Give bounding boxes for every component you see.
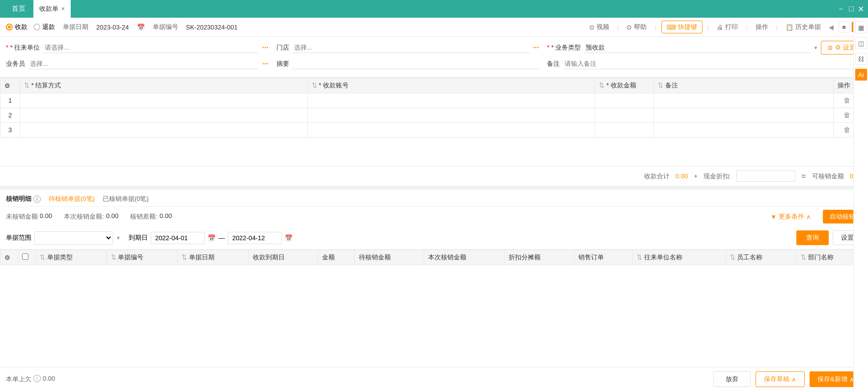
row3-settle[interactable] (20, 123, 308, 138)
col-bill-date-label: 单据日期 (189, 253, 215, 261)
select-all-checkbox[interactable] (22, 253, 28, 260)
row2-amount[interactable] (595, 108, 654, 123)
calendar-icon[interactable]: 📅 (137, 24, 145, 31)
query-btn[interactable]: 查询 (796, 230, 829, 245)
due-date-to-input[interactable] (228, 232, 282, 244)
salesperson-input[interactable] (28, 58, 259, 69)
remark-input[interactable] (563, 58, 862, 69)
save-new-label: 保存&新增 (817, 375, 847, 384)
date-range-separator: — (218, 234, 225, 242)
row1-remark[interactable] (654, 93, 834, 108)
tab-receipt[interactable]: 收款单 × (33, 0, 71, 18)
table-gear-icon[interactable]: ⚙ (4, 82, 10, 89)
sort-icon5[interactable]: ⇅ (111, 253, 116, 261)
row2-settle[interactable] (20, 108, 308, 123)
row3-delete-icon[interactable]: 🗑 (843, 126, 850, 134)
number-value: SK-20230324-001 (186, 24, 238, 31)
col-counterpart2-header: ⇅ 往来单位名称 (633, 250, 726, 265)
sort-icon6[interactable]: ⇅ (182, 253, 187, 261)
table2-gear-icon[interactable]: ⚙ (4, 254, 10, 261)
row1-amount[interactable] (595, 93, 654, 108)
close-btn[interactable]: ✕ (858, 4, 864, 14)
radio-refund[interactable]: 退款 (33, 23, 55, 31)
col-check-header[interactable] (18, 250, 36, 265)
salesperson-more-icon[interactable]: ··· (262, 59, 269, 68)
salesperson-label: 业务员 (6, 59, 25, 68)
row2-remark[interactable] (654, 108, 834, 123)
cal-to-icon[interactable]: 📅 (285, 234, 293, 242)
info-icon2[interactable]: i (33, 375, 41, 382)
col-gear2-header[interactable]: ⚙ (0, 250, 18, 265)
store-input[interactable] (292, 42, 530, 53)
nav-prev-icon[interactable]: ◀ (829, 24, 834, 31)
print-btn[interactable]: 🖨 打印 (714, 22, 741, 32)
reconcile-info-icon[interactable]: i (33, 196, 41, 203)
sort-icon7[interactable]: ⇅ (637, 253, 642, 261)
row2-delete-icon[interactable]: 🗑 (843, 111, 850, 119)
help-btn[interactable]: ⊙ 帮助 (624, 22, 650, 32)
store-more-icon[interactable]: ··· (533, 43, 539, 52)
sort-icon[interactable]: ⇅ (24, 82, 29, 89)
business-type-dropdown: ▼ (584, 42, 818, 53)
counterpart-input[interactable] (43, 42, 259, 53)
section-divider (0, 186, 868, 190)
row1-delete-icon[interactable]: 🗑 (843, 96, 850, 105)
sort-icon2[interactable]: ⇅ (312, 82, 317, 89)
sidebar-icon4-btn[interactable]: Ai (855, 69, 867, 81)
tab-close-icon[interactable]: × (61, 5, 65, 12)
range-select[interactable] (34, 231, 113, 245)
receipt-type-group: 收款 退款 (6, 23, 55, 31)
sort-icon4[interactable]: ⇅ (40, 253, 45, 261)
maximize-btn[interactable]: □ (849, 4, 854, 13)
view-list-icon[interactable]: ≡ (839, 22, 849, 32)
due-date-from-input[interactable] (151, 232, 205, 244)
sidebar-icon3-btn[interactable]: ⛓ (855, 53, 867, 65)
video-btn[interactable]: ⊙ 视频 (586, 22, 612, 32)
pending-tab-link[interactable]: 待核销单据(0笔) (49, 195, 95, 203)
print-icon: 🖨 (717, 24, 723, 31)
sort-icon9[interactable]: ⇅ (801, 253, 806, 261)
radio-receive[interactable]: 收款 (6, 23, 27, 31)
reconcile-section: 核销明细 i 待核销单据(0笔) 已核销单据(0笔) 未核销金额 0.00 本次… (0, 190, 868, 367)
business-type-chevron-icon[interactable]: ▼ (813, 45, 818, 51)
summary-label: 摘要 (276, 59, 289, 68)
history-btn[interactable]: 📋 历史单据 (783, 22, 824, 32)
row2-account[interactable] (307, 108, 595, 123)
sidebar-icon1-btn[interactable]: ▦ (855, 22, 867, 33)
more-conditions-btn[interactable]: ▼ 更多条件 ∧ (770, 212, 811, 221)
row1-account[interactable] (307, 93, 595, 108)
save-draft-btn[interactable]: 保存草稿 ∧ (756, 371, 805, 387)
shortcut-btn[interactable]: ⌨ 快捷键 (661, 21, 703, 33)
col-gear-header[interactable]: ⚙ (0, 78, 20, 93)
operation-btn[interactable]: 操作 (753, 22, 771, 32)
sort-icon8[interactable]: ⇅ (730, 253, 735, 261)
tab-home[interactable]: 首页 (4, 0, 33, 18)
footer-row: 本单上欠 i 0.00 放弃 保存草稿 ∧ 保存&新增 ∧ (0, 367, 868, 391)
remark-icon[interactable]: ⇅ (658, 82, 663, 89)
range-chevron-icon[interactable]: ▼ (116, 235, 121, 241)
discount-input[interactable] (736, 170, 795, 182)
col-current-label: 本次核销金额 (428, 253, 466, 261)
diff-stat: 核销差额: 0.00 (130, 212, 172, 221)
row3-amount[interactable] (595, 123, 654, 138)
sort-icon3[interactable]: ⇅ (599, 82, 604, 89)
date-value[interactable]: 2023-03-24 (96, 24, 129, 31)
cal-from-icon[interactable]: 📅 (208, 234, 216, 242)
row3-remark[interactable] (654, 123, 834, 138)
settings-gear-icon: ⚙ (827, 44, 833, 52)
row1-settle[interactable] (20, 93, 308, 108)
done-tab-link[interactable]: 已核销单据(0笔) (103, 195, 149, 203)
business-type-input[interactable] (584, 42, 811, 53)
sidebar-icon2-btn[interactable]: ◫ (855, 37, 867, 49)
summary-input[interactable] (292, 58, 539, 69)
row3-account[interactable] (307, 123, 595, 138)
save-draft-chevron-icon[interactable]: ∧ (791, 376, 796, 383)
current-stat: 本次核销金额: 0.00 (64, 212, 118, 221)
uncanceled-stat: 未核销金额 0.00 (6, 212, 52, 221)
col-bill-date-header: ⇅ 单据日期 (178, 250, 249, 265)
diff-value: 0.00 (160, 212, 172, 221)
counterpart-more-icon[interactable]: ··· (262, 43, 269, 52)
discard-btn[interactable]: 放弃 (713, 371, 751, 387)
radio-refund-circle (33, 24, 40, 30)
minimize-btn[interactable]: － (837, 4, 845, 14)
